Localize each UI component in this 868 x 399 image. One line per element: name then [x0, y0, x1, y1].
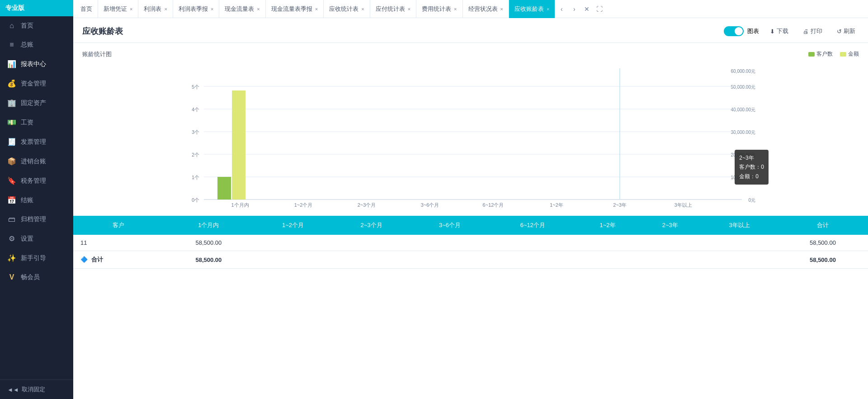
svg-text:2个: 2个: [192, 152, 199, 157]
tab-profit[interactable]: 利润表 ×: [138, 0, 173, 18]
tab-cashflow-quarter[interactable]: 现金流量表季报 ×: [266, 0, 324, 18]
close-tab-cashflow[interactable]: ×: [257, 6, 259, 12]
assets-icon: 🏢: [7, 99, 16, 107]
sidebar-item-assets[interactable]: 🏢 固定资产: [0, 93, 73, 113]
total-m8: [701, 251, 778, 269]
close-tab-ar-aging[interactable]: ×: [547, 6, 549, 12]
cell-m7: [639, 235, 701, 251]
reports-icon: 📊: [7, 60, 16, 68]
tab-ap-stats[interactable]: 应付统计表 ×: [370, 0, 416, 18]
total-sum: 58,500.00: [778, 251, 868, 269]
print-button[interactable]: 🖨 打印: [799, 25, 826, 37]
bar-customers-1: [217, 177, 231, 200]
svg-text:20,000.00元: 20,000.00元: [731, 152, 756, 157]
legend-amount-color: [840, 52, 846, 57]
close-tab-ar-stats[interactable]: ×: [361, 6, 364, 12]
download-icon: ⬇: [770, 28, 775, 35]
total-m4: [410, 251, 489, 269]
sidebar: 专业版 ⌂ 首页 ≡ 总账 📊 报表中心 💰 资金管理 🏢 固定资产 💵 工资 …: [0, 0, 73, 399]
salary-icon: 💵: [7, 118, 16, 127]
cell-m2: [254, 235, 332, 251]
tab-expense-stats[interactable]: 费用统计表 ×: [416, 0, 462, 18]
page-title: 应收账龄表: [82, 26, 123, 37]
close-tab-profit-quarter[interactable]: ×: [211, 6, 213, 12]
toggle-thumb: [735, 27, 743, 35]
home-icon: ⌂: [7, 22, 16, 30]
toggle-label: 图表: [747, 27, 759, 35]
legend-customers: 客户数: [808, 50, 833, 58]
sidebar-item-archive[interactable]: 🗃 归档管理: [0, 210, 73, 229]
tab-ar-stats[interactable]: 应收统计表 ×: [324, 0, 370, 18]
sidebar-item-funds[interactable]: 💰 资金管理: [0, 74, 73, 93]
sidebar-item-ledger[interactable]: ≡ 总账: [0, 35, 73, 54]
vip-icon: V: [7, 273, 16, 281]
tab-profit-quarter[interactable]: 利润表季报 ×: [173, 0, 219, 18]
inventory-icon: 📦: [7, 157, 16, 166]
tax-icon: 🔖: [7, 176, 16, 185]
download-button[interactable]: ⬇ 下载: [766, 25, 792, 37]
close-tab-profit[interactable]: ×: [164, 6, 167, 12]
ledger-icon: ≡: [7, 41, 16, 49]
collapse-sidebar-button[interactable]: ◄◄ 取消固定: [0, 380, 73, 399]
sidebar-item-tax[interactable]: 🔖 税务管理: [0, 171, 73, 190]
close-tab-expense-stats[interactable]: ×: [454, 6, 457, 12]
table-row: 11 58,500.00 58,500.00: [73, 235, 868, 251]
total-m6: [576, 251, 639, 269]
tab-expand-button[interactable]: ⛶: [593, 3, 606, 15]
toggle-track[interactable]: [724, 26, 744, 36]
sidebar-item-invoice[interactable]: 🧾 发票管理: [0, 132, 73, 152]
sidebar-item-inventory[interactable]: 📦 进销台账: [0, 152, 73, 171]
total-label: 🔷 合计: [73, 251, 163, 269]
sidebar-item-salary[interactable]: 💵 工资: [0, 113, 73, 132]
svg-text:0元: 0元: [748, 198, 755, 203]
tab-cashflow[interactable]: 现金流量表 ×: [219, 0, 265, 18]
svg-text:4个: 4个: [192, 107, 199, 112]
col-m8: 3年以上: [701, 216, 778, 235]
bar-amount-1: [232, 90, 245, 200]
tab-new-voucher[interactable]: 新增凭证 ×: [98, 0, 138, 18]
chart-legend: 客户数 金额: [808, 50, 859, 58]
sidebar-item-vip[interactable]: V 畅会员: [0, 268, 73, 287]
legend-customers-color: [808, 52, 815, 57]
chart-area: 账龄统计图 客户数 金额 0个 1个 2个 3个: [73, 43, 868, 216]
close-tab-ap-stats[interactable]: ×: [408, 6, 410, 12]
sidebar-item-settings[interactable]: ⚙ 设置: [0, 229, 73, 248]
funds-icon: 💰: [7, 79, 16, 88]
sidebar-item-reports[interactable]: 📊 报表中心: [0, 54, 73, 74]
tab-biz-status[interactable]: 经营状况表 ×: [463, 0, 509, 18]
tab-prev-button[interactable]: ‹: [555, 3, 568, 15]
svg-text:2~3年: 2~3年: [613, 202, 627, 208]
svg-text:2~3个月: 2~3个月: [358, 202, 376, 208]
cell-m5: [489, 235, 576, 251]
close-tab-cashflow-quarter[interactable]: ×: [315, 6, 318, 12]
close-tab-new-voucher[interactable]: ×: [130, 6, 132, 12]
chart-container: 0个 1个 2个 3个 4个 5个 0元 10,000.00元 20,000.0…: [82, 64, 859, 209]
chart-title: 账龄统计图: [82, 50, 859, 58]
total-icon: 🔷: [80, 256, 88, 263]
svg-text:1个月内: 1个月内: [231, 202, 249, 208]
cell-m8: [701, 235, 778, 251]
svg-text:5个: 5个: [192, 84, 199, 90]
col-m1: 1个月内: [163, 216, 254, 235]
tab-home[interactable]: 首页: [75, 0, 98, 18]
guide-icon: ✨: [7, 254, 16, 262]
tab-bar: 首页 新增凭证 × 利润表 × 利润表季报 × 现金流量表 × 现金流量表季报 …: [73, 0, 868, 18]
close-tab-biz-status[interactable]: ×: [500, 6, 503, 12]
cell-m4: [410, 235, 489, 251]
sidebar-item-close[interactable]: 📅 结账: [0, 190, 73, 210]
col-total: 合计: [778, 216, 868, 235]
refresh-icon: ↺: [837, 28, 842, 35]
chart-toggle[interactable]: 图表: [724, 26, 759, 36]
refresh-button[interactable]: ↺ 刷新: [833, 25, 859, 37]
svg-text:1~2个月: 1~2个月: [294, 202, 313, 208]
tab-next-button[interactable]: ›: [568, 3, 580, 15]
page-header: 应收账龄表 图表 ⬇ 下载 🖨 打印 ↺ 刷新: [73, 18, 868, 43]
sidebar-item-guide[interactable]: ✨ 新手引导: [0, 248, 73, 268]
invoice-icon: 🧾: [7, 138, 16, 146]
print-icon: 🖨: [803, 28, 809, 35]
svg-text:40,000.00元: 40,000.00元: [731, 107, 756, 112]
col-m5: 6~12个月: [489, 216, 576, 235]
sidebar-item-home[interactable]: ⌂ 首页: [0, 16, 73, 35]
tab-close-all-button[interactable]: ✕: [580, 3, 593, 15]
tab-ar-aging[interactable]: 应收账龄表 ×: [509, 0, 555, 18]
